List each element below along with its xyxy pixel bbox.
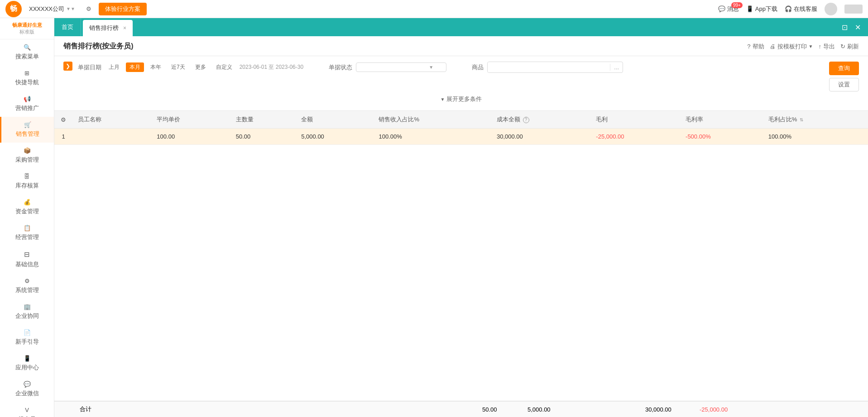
sidebar-item-operation[interactable]: 📋 经营管理 [0, 220, 54, 246]
print-icon: 🖨 [770, 43, 776, 50]
th-sales-pct: 销售收入占比% [373, 111, 491, 129]
cell-rank: 1 [54, 129, 72, 145]
sidebar-item-wechat[interactable]: 💬 企业微信 [0, 376, 54, 402]
top-bar: 畅 XXXXXX公司 ▼ ⚙ 体验行业方案 💬 消息 99+ 📱 App下载 🎧… [0, 0, 868, 18]
status-select[interactable]: ▼ [356, 62, 446, 72]
data-table: ⚙ 员工名称 平均单价 主数量 全额 销售收入占比% 成本全额 ? [54, 111, 868, 145]
footer-cost: 30,000.00 [645, 406, 700, 413]
member-icon: V [25, 407, 29, 413]
sidebar-item-inventory[interactable]: 🗄 库存核算 [0, 168, 54, 194]
trial-button[interactable]: 体验行业方案 [99, 3, 147, 15]
logo-area: 畅康通好生意 标准版 [0, 18, 54, 39]
sidebar-label-guide: 新手引导 [15, 338, 39, 346]
tab-home[interactable]: 首页 [54, 18, 81, 36]
export-btn[interactable]: ↑ 导出 [819, 43, 835, 51]
sidebar-label-apps: 应用中心 [15, 364, 39, 372]
app-download-btn[interactable]: 📱 App下载 [746, 5, 777, 13]
filter-row-1: 单据日期 上月 本月 本年 近7天 更多 自定义 2023-06-01 至 20… [78, 62, 824, 73]
sidebar-item-sales[interactable]: 🛒 销售管理 [0, 117, 54, 143]
sidebar-item-guide[interactable]: 📄 新手引导 [0, 325, 54, 350]
expand-conditions-btn[interactable]: ▼ 展开更多条件 [441, 93, 482, 105]
inventory-icon: 🗄 [24, 173, 30, 180]
status-dropdown-icon: ▼ [429, 65, 433, 70]
sidebar-item-corp[interactable]: 🏢 企业协同 [0, 299, 54, 325]
tab-fullscreen-btn[interactable]: ⊡ [840, 21, 849, 34]
search-icon: 🔍 [24, 44, 31, 51]
sidebar-item-nav[interactable]: ⊞ 快捷导航 [0, 65, 54, 91]
cell-gross-rate: -500.00% [680, 129, 763, 145]
sidebar-item-purchase[interactable]: 📦 采购管理 [0, 143, 54, 168]
goods-input-wrapper[interactable]: ... [487, 62, 623, 73]
sidebar-item-apps[interactable]: 📱 应用中心 [0, 350, 54, 376]
service-icon: 🎧 [785, 5, 792, 12]
message-badge: 99+ [731, 2, 743, 8]
header-row: ⚙ 员工名称 平均单价 主数量 全额 销售收入占比% 成本全额 ? [54, 111, 868, 129]
date-label: 单据日期 [78, 63, 101, 72]
cell-avg-price: 100.00 [151, 129, 230, 145]
sales-icon: 🛒 [24, 121, 31, 128]
system-icon: ⚙ [24, 278, 30, 284]
company-name: XXXXXX公司 [29, 5, 64, 13]
company-selector[interactable]: XXXXXX公司 ▼ [25, 3, 79, 15]
table-body: 1 100.00 50.00 5,000.00 100.00% 30,000.0… [54, 129, 868, 145]
refresh-btn[interactable]: ↻ 刷新 [840, 43, 859, 51]
user-avatar[interactable] [825, 3, 837, 15]
user-name-placeholder[interactable] [844, 5, 863, 14]
sidebar-item-system[interactable]: ⚙ 系统管理 [0, 273, 54, 299]
th-gross-pct: 毛利占比% ⇅ [763, 111, 868, 129]
tab-close-all-btn[interactable]: ✕ [853, 21, 863, 34]
goods-input[interactable] [488, 62, 610, 72]
query-button[interactable]: 查询 [829, 62, 859, 75]
footer-label: 合计 [78, 405, 437, 413]
goods-more-btn[interactable]: ... [610, 64, 623, 71]
print-dropdown-icon[interactable]: ▼ [809, 44, 813, 49]
th-amount: 全额 [296, 111, 373, 129]
sidebar-item-basic[interactable]: ⊟ 基础信息 [0, 246, 54, 273]
sidebar-item-search[interactable]: 🔍 搜索菜单 [0, 39, 54, 65]
table-header: ⚙ 员工名称 平均单价 主数量 全额 销售收入占比% 成本全额 ? [54, 111, 868, 129]
company-dropdown-icon: ▼ [66, 6, 75, 11]
expand-label: 展开更多条件 [446, 95, 482, 103]
status-label: 单据状态 [329, 63, 352, 72]
help-btn[interactable]: ? 帮助 [747, 43, 764, 51]
tab-sales-ranking[interactable]: 销售排行榜 × [83, 20, 133, 36]
page-title: 销售排行榜(按业务员) [63, 42, 134, 51]
cell-amount: 5,000.00 [296, 129, 373, 145]
message-btn[interactable]: 💬 消息 99+ [718, 5, 739, 13]
filter-arrow-btn[interactable]: ❯ [63, 62, 72, 71]
date-range: 2023-06-01 至 2023-06-30 [240, 63, 303, 71]
column-settings-icon[interactable]: ⚙ [61, 116, 66, 123]
sidebar: 畅康通好生意 标准版 🔍 搜索菜单 ⊞ 快捷导航 📢 营销推广 🛒 销售管理 📦… [0, 18, 54, 417]
print-label: 按模板打印 [777, 43, 807, 51]
page-header: 销售排行榜(按业务员) ? 帮助 🖨 按模板打印 ▼ ↑ [54, 36, 868, 56]
sidebar-label-basic: 基础信息 [15, 260, 39, 268]
date-tab-more[interactable]: 更多 [192, 62, 210, 72]
footer-amount: 5,000.00 [528, 406, 582, 413]
service-btn[interactable]: 🎧 在线客服 [785, 5, 817, 13]
basic-icon: ⊟ [24, 250, 30, 259]
print-btn[interactable]: 🖨 按模板打印 ▼ [770, 43, 813, 51]
expand-row: ▼ 展开更多条件 [63, 91, 859, 105]
cost-info-icon[interactable]: ? [523, 117, 529, 123]
service-label: 在线客服 [794, 5, 817, 13]
settings-button[interactable]: 设置 [829, 78, 859, 91]
th-settings[interactable]: ⚙ [54, 111, 72, 129]
date-tab-custom[interactable]: 自定义 [212, 62, 236, 72]
sidebar-item-finance[interactable]: 💰 资金管理 [0, 194, 54, 220]
settings-icon-btn[interactable]: ⚙ [82, 3, 95, 15]
page-content: 销售排行榜(按业务员) ? 帮助 🖨 按模板打印 ▼ ↑ [54, 36, 868, 417]
sidebar-item-marketing[interactable]: 📢 营销推广 [0, 91, 54, 117]
finance-icon: 💰 [24, 199, 31, 206]
gross-pct-sort-icon[interactable]: ⇅ [800, 117, 803, 122]
corp-icon: 🏢 [24, 303, 31, 310]
date-tab-this-year[interactable]: 本年 [147, 62, 165, 72]
tab-close-icon[interactable]: × [123, 25, 126, 31]
sidebar-label-sales: 销售管理 [16, 130, 39, 138]
date-tab-7days[interactable]: 近7天 [168, 62, 189, 72]
sidebar-item-member[interactable]: V 畅会员 [0, 402, 54, 417]
date-tab-last-month[interactable]: 上月 [105, 62, 123, 72]
date-tab-this-month[interactable]: 本月 [126, 62, 144, 72]
date-filter: 单据日期 上月 本月 本年 近7天 更多 自定义 2023-06-01 至 20… [78, 62, 303, 72]
goods-filter: 商品 ... [472, 62, 623, 73]
sidebar-label-marketing: 营销推广 [15, 104, 39, 112]
